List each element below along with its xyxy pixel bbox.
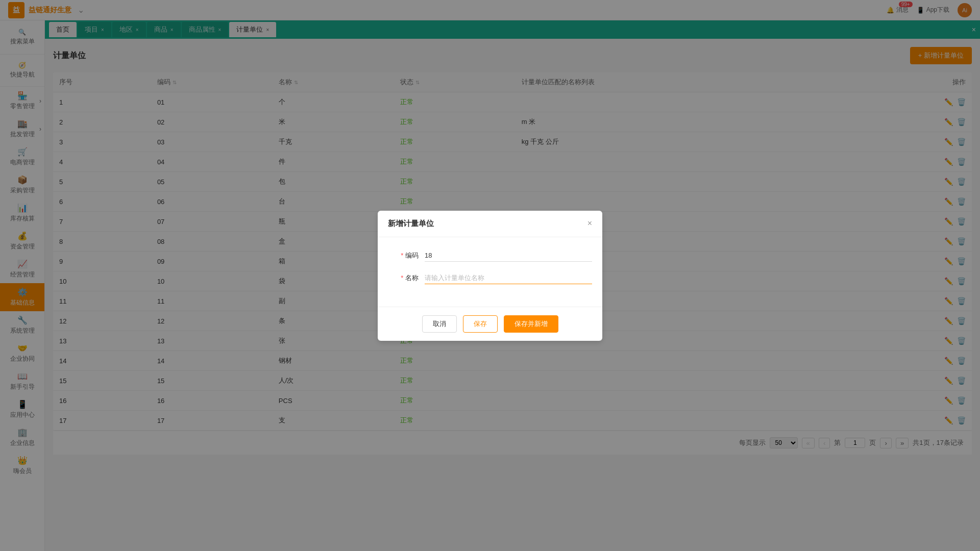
modal-body: * 编码 * 名称 (378, 237, 602, 307)
code-form-item: * 编码 (388, 249, 592, 262)
name-input[interactable] (425, 272, 592, 284)
modal-close-button[interactable]: × (587, 219, 592, 228)
add-unit-modal: 新增计量单位 × * 编码 * 名称 取消 保存 保存并新增 (378, 211, 602, 341)
modal-overlay: 新增计量单位 × * 编码 * 名称 取消 保存 保存并新增 (0, 0, 980, 551)
cancel-button[interactable]: 取消 (422, 315, 457, 333)
code-input[interactable] (425, 249, 592, 262)
code-required-mark: * (401, 252, 403, 259)
save-button[interactable]: 保存 (463, 315, 498, 333)
name-form-item: * 名称 (388, 272, 592, 284)
name-required-mark: * (401, 274, 403, 282)
code-label: * 编码 (388, 251, 419, 260)
modal-title: 新增计量单位 (388, 219, 434, 229)
modal-footer: 取消 保存 保存并新增 (378, 307, 602, 341)
modal-header: 新增计量单位 × (378, 211, 602, 237)
name-label: * 名称 (388, 273, 419, 283)
save-add-button[interactable]: 保存并新增 (504, 315, 558, 333)
